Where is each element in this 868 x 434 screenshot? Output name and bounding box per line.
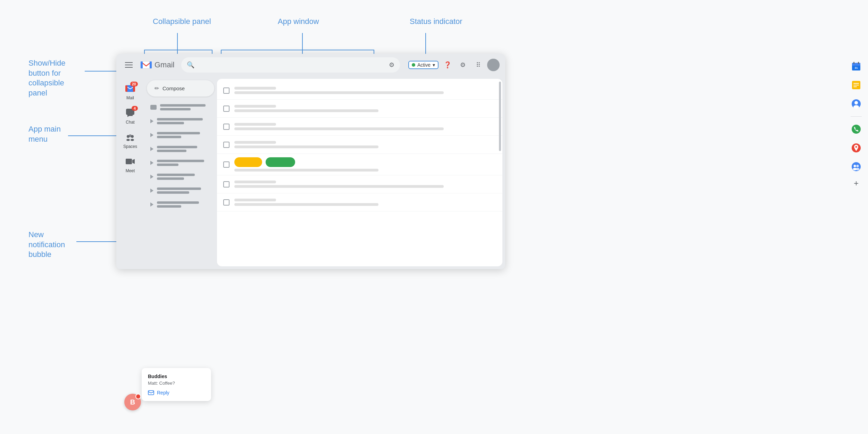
table-row[interactable] (217, 100, 502, 118)
apps-button[interactable]: ⠿ (472, 59, 484, 71)
panel-item-icon-1 (150, 105, 157, 110)
spaces-label: Spaces (123, 144, 137, 149)
sidebar-item-chat[interactable]: 4 Chat (118, 105, 142, 127)
search-bar[interactable]: 🔍 ⚙ (181, 57, 400, 73)
panel-item-3[interactable] (147, 129, 214, 141)
svg-point-24 (853, 105, 859, 109)
panel-item-lines-2 (157, 118, 211, 124)
hamburger-line (125, 62, 133, 63)
annotation-status-indicator-text: Status indicator (410, 17, 462, 26)
email-subject (234, 127, 444, 130)
status-label: Active (417, 62, 431, 68)
table-row[interactable] (217, 118, 502, 136)
mail-icon-wrap: 20 (125, 83, 136, 94)
email-checkbox[interactable] (223, 142, 229, 148)
svg-rect-33 (148, 391, 154, 395)
annotation-show-hide: Show/Hide button for collapsible panel (28, 58, 84, 98)
panel-item-4[interactable] (147, 143, 214, 155)
hamburger-button[interactable] (122, 58, 136, 72)
notification-message: Matt: Coffee? (148, 381, 205, 386)
notification-bubble[interactable]: B (124, 394, 141, 410)
panel-line (157, 132, 200, 134)
sidebar-item-spaces[interactable]: Spaces (118, 129, 142, 152)
annotation-collapsible-panel-text: Collapsible panel (153, 17, 211, 26)
notification-reply-button[interactable]: Reply (148, 390, 205, 395)
panel-triangle-3 (150, 133, 153, 137)
annotation-app-main-menu-text: App main menu (28, 125, 61, 143)
help-button[interactable]: ❓ (441, 59, 454, 71)
panel-item-lines-7 (157, 187, 211, 194)
hamburger-line (125, 65, 133, 65)
panel-item-1[interactable] (147, 101, 214, 113)
people-sidebar-icon[interactable] (848, 158, 865, 175)
svg-rect-20 (853, 85, 859, 85)
contacts-sidebar-icon[interactable] (848, 95, 865, 112)
search-icon: 🔍 (187, 61, 194, 69)
phone-sidebar-icon[interactable] (848, 121, 865, 137)
svg-point-11 (131, 139, 134, 141)
gmail-logo: Gmail (140, 60, 174, 70)
email-sender (234, 199, 276, 201)
spaces-icon (125, 133, 135, 141)
compose-label: Compose (162, 85, 185, 91)
panel-item-5[interactable] (147, 157, 214, 169)
gmail-window: Gmail 🔍 ⚙ Active ▾ ❓ ⚙ ⠿ (116, 54, 505, 269)
filter-icon[interactable]: ⚙ (389, 61, 394, 69)
table-row[interactable] (217, 136, 502, 154)
table-row[interactable] (217, 82, 502, 100)
email-checkbox[interactable] (223, 87, 229, 94)
calendar-sidebar-icon[interactable]: 31 (848, 58, 865, 75)
email-subject (234, 91, 444, 94)
email-checkbox[interactable] (223, 181, 229, 187)
chat-icon-wrap: 4 (125, 107, 136, 118)
phone-icon-svg (851, 124, 861, 134)
svg-text:31: 31 (855, 66, 858, 69)
panel-line (160, 108, 191, 110)
table-row[interactable] (217, 175, 502, 193)
scrollbar[interactable] (499, 82, 501, 151)
email-sender (234, 141, 276, 144)
maps-sidebar-icon[interactable] (848, 140, 865, 156)
email-checkbox[interactable] (223, 124, 229, 130)
email-checkbox[interactable] (223, 199, 229, 206)
annotation-line-collapsible (177, 33, 178, 55)
annotation-collapsible-panel: Collapsible panel (153, 17, 211, 27)
email-subject (234, 185, 444, 188)
compose-button[interactable]: ✏ Compose (147, 80, 214, 97)
email-body (234, 87, 496, 94)
panel-line (157, 201, 199, 204)
panel-line (157, 187, 201, 190)
gmail-m-icon (140, 60, 152, 70)
mail-label: Mail (126, 95, 134, 100)
table-row[interactable] (217, 154, 502, 175)
panel-item-6[interactable] (147, 171, 214, 183)
add-sidebar-icon[interactable]: + (850, 177, 862, 190)
annotation-app-window: App window (278, 17, 319, 27)
email-checkbox[interactable] (223, 161, 229, 168)
svg-rect-2 (150, 61, 152, 68)
compose-icon: ✏ (155, 85, 159, 92)
search-input[interactable] (198, 57, 385, 73)
sidebar-item-meet[interactable]: Meet (118, 153, 142, 176)
avatar[interactable] (487, 59, 500, 71)
svg-point-30 (857, 165, 859, 167)
sidebar-item-mail[interactable]: 20 Mail (118, 80, 142, 103)
table-row[interactable] (217, 193, 502, 211)
panel-item-8[interactable] (147, 199, 214, 210)
svg-point-29 (854, 165, 856, 167)
panel-line (157, 160, 204, 162)
email-checkbox[interactable] (223, 106, 229, 112)
reply-label: Reply (157, 390, 169, 395)
collapsible-panel: ✏ Compose (144, 76, 217, 269)
notification-title: Buddies (148, 374, 205, 379)
status-button[interactable]: Active ▾ (408, 61, 439, 69)
tasks-sidebar-icon[interactable] (848, 77, 865, 93)
panel-line (157, 122, 184, 124)
sidebar-divider (851, 116, 862, 117)
panel-item-7[interactable] (147, 185, 214, 197)
svg-rect-21 (853, 86, 857, 87)
panel-item-2[interactable] (147, 115, 214, 127)
settings-button[interactable]: ⚙ (457, 59, 469, 71)
status-chevron: ▾ (433, 62, 435, 68)
svg-point-27 (856, 146, 857, 148)
